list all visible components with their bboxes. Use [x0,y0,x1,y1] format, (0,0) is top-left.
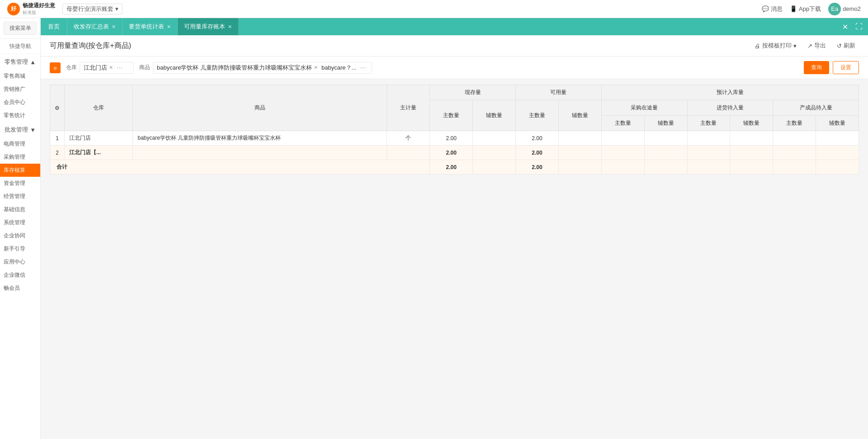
table-row: 1 江北门店 babycare学饮杯 儿童防摔防撞吸管杯重力球吸嘴杯宝宝水杯 个… [50,131,859,146]
sidebar-item-marketing[interactable]: 营销推广 [0,83,40,96]
row2-production-aux [816,146,859,160]
user-initials: Ea [831,5,838,12]
tab-close-icon-3[interactable]: ✕ [228,24,232,30]
incoming-main-header: 主数量 [687,116,730,131]
content-area: 首页 收发存汇总表 ✕ 要货单统计表 ✕ 可用量库存账本 ✕ ✕ ⛶ [41,18,868,439]
sidebar: 搜索菜单 快捷导航 零售管理 ▲ 零售商城 营销推广 会员中心 零售统计 批发管… [0,18,41,439]
product-tag-close[interactable]: ✕ [314,65,318,71]
app-download-btn[interactable]: 📱 App下载 [790,5,821,13]
production-aux-header: 辅数量 [816,116,859,131]
purchase-sub-header: 采购在途量 [601,100,687,116]
total-row: 合计 2.00 2.00 [50,160,859,175]
tab-bar-actions: ✕ ⛶ [840,21,868,33]
settings-col-header[interactable]: ⚙ [50,85,65,131]
tab-receive-summary[interactable]: 收发存汇总表 ✕ [67,18,123,35]
warehouse-tag-close[interactable]: ✕ [109,65,113,71]
sidebar-item-purchase[interactable]: 采购管理 [0,151,40,164]
sidebar-search: 搜索菜单 [0,18,40,39]
sidebar-item-retail-stats[interactable]: 零售统计 [0,109,40,122]
sidebar-item-ecommerce[interactable]: 电商管理 [0,137,40,151]
refresh-label: 刷新 [844,42,855,50]
user-area[interactable]: Ea demo2 [828,3,861,15]
table-area: ⚙ 仓库 商品 主计量 现存量 可用量 预计入库量 主数量 辅数量 主数量 [41,79,868,180]
maximize-icon[interactable]: ⛶ [854,21,864,33]
close-all-icon[interactable]: ✕ [840,21,850,33]
user-name: demo2 [843,5,861,12]
sidebar-item-system[interactable]: 系统管理 [0,216,40,229]
sidebar-item-app-center[interactable]: 应用中心 [0,255,40,269]
product-filter-value[interactable]: babycare学饮杯 儿童防摔防撞吸管杯重力球吸嘴杯宝宝水杯 ✕ babyca… [153,62,372,74]
row2-warehouse: 江北门店【... [65,146,133,160]
row1-incoming-aux [730,131,773,146]
setting-btn[interactable]: 设置 [833,61,859,74]
tab-available-label: 可用量库存账本 [184,23,225,31]
sidebar-item-wechat[interactable]: 企业微信 [0,269,40,282]
tab-order-stats[interactable]: 要货单统计表 ✕ [123,18,178,35]
query-btn[interactable]: 查询 [804,61,829,74]
avatar: Ea [828,3,841,15]
sidebar-item-enterprise[interactable]: 企业协同 [0,229,40,242]
row2-incoming-main [687,146,730,160]
row1-product: babycare学饮杯 儿童防摔防撞吸管杯重力球吸嘴杯宝宝水杯 [133,131,387,146]
logo-text-area: 畅捷通好生意 标准版 [23,2,55,16]
sidebar-item-wholesale-mgmt[interactable]: 批发管理 ▼ [0,122,40,137]
sidebar-item-finance[interactable]: 资金管理 [0,177,40,190]
industry-select[interactable]: 母婴行业演示账套 ▾ [62,4,123,14]
row1-stock-main: 2.00 [430,131,473,146]
refresh-btn[interactable]: ↺ 刷新 [833,40,859,52]
top-bar: 好 畅捷通好生意 标准版 母婴行业演示账套 ▾ 💬 消息 📱 App下载 Ea … [0,0,868,18]
production-sub-header: 产成品待入量 [773,100,859,116]
incoming-aux-header: 辅数量 [730,116,773,131]
filter-more-icon[interactable]: ··· [115,64,124,72]
incoming-sub-header: 进货待入量 [687,100,773,116]
sidebar-item-retail-mgmt[interactable]: 零售管理 ▲ [0,54,40,70]
print-label: 按模板打印 [762,42,792,50]
product-label: 商品 [139,64,150,71]
sidebar-item-operations[interactable]: 经营管理 [0,190,40,203]
print-btn[interactable]: 🖨 按模板打印 ▾ [751,40,800,52]
sidebar-item-inventory[interactable]: 库存核算 [0,164,40,177]
total-stock-main: 2.00 [430,160,473,175]
warehouse-tag: 江北门店 ✕ [84,64,113,72]
sidebar-item-retail-mall[interactable]: 零售商城 [0,70,40,83]
warehouse-filter-value[interactable]: 江北门店 ✕ ··· [80,62,134,74]
export-btn[interactable]: ↗ 导出 [804,40,830,52]
sidebar-item-quick-nav[interactable]: 快捷导航 [0,39,40,54]
tab-close-icon-2[interactable]: ✕ [167,24,171,30]
print-icon: 🖨 [755,42,760,49]
sidebar-item-basic-info[interactable]: 基础信息 [0,203,40,216]
message-label: 消息 [771,5,783,13]
logo-area: 好 畅捷通好生意 标准版 [7,2,55,16]
row2-stock-aux [473,146,516,160]
filter-product-field: 商品 babycare学饮杯 儿童防摔防撞吸管杯重力球吸嘴杯宝宝水杯 ✕ bab… [139,62,372,74]
row1-warehouse: 江北门店 [65,131,133,146]
top-bar-left: 好 畅捷通好生意 标准版 母婴行业演示账套 ▾ [7,2,123,16]
message-btn[interactable]: 💬 消息 [762,5,783,13]
row2-avail-main: 2.00 [516,146,559,160]
tab-home[interactable]: 首页 [41,18,67,35]
logo-sub-text: 标准版 [23,9,55,16]
top-bar-right: 💬 消息 📱 App下载 Ea demo2 [762,3,861,15]
avail-aux-header: 辅数量 [558,100,601,131]
row2-stock-main: 2.00 [430,146,473,160]
stock-main-header: 主数量 [430,100,473,131]
sidebar-item-member[interactable]: 畅会员 [0,282,40,295]
sidebar-item-member-center[interactable]: 会员中心 [0,96,40,109]
sidebar-item-newbie[interactable]: 新手引导 [0,242,40,255]
main-layout: 搜索菜单 快捷导航 零售管理 ▲ 零售商城 营销推广 会员中心 零售统计 批发管… [0,18,868,439]
filter-toggle-btn[interactable]: » [50,62,61,73]
filter-actions: 查询 设置 [804,61,859,74]
chevron-print-icon: ▾ [793,42,797,49]
download-label: App下载 [799,5,821,13]
row2-production-main [773,146,816,160]
row2-incoming-aux [730,146,773,160]
avail-main-header: 主数量 [516,100,559,131]
total-label: 合计 [50,160,430,175]
tab-close-icon[interactable]: ✕ [112,24,116,30]
product-filter-more-icon[interactable]: ··· [358,64,368,72]
search-menu-btn[interactable]: 搜索菜单 [4,22,37,35]
stock-group-header: 现存量 [430,85,516,100]
tab-available-inventory[interactable]: 可用量库存账本 ✕ [178,18,239,35]
row2-main-unit [387,146,430,160]
row1-no: 1 [50,131,65,146]
